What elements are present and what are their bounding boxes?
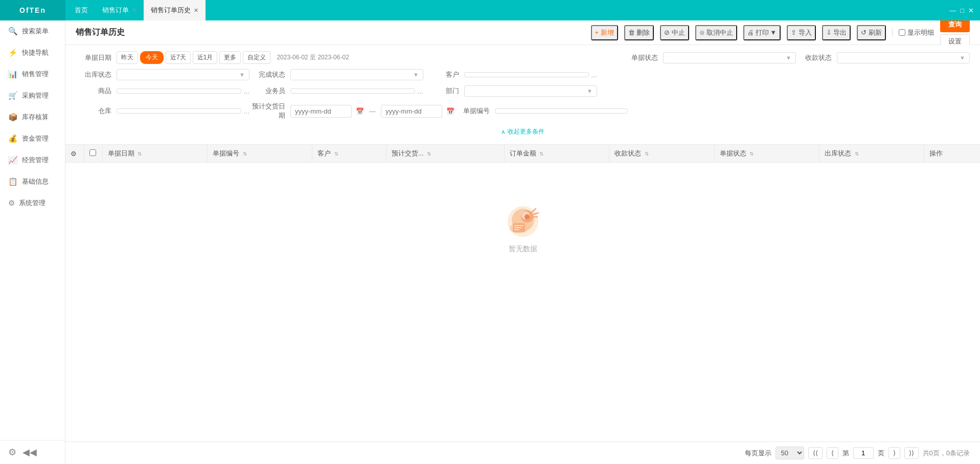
- export-button[interactable]: ⇩ 导出: [822, 25, 851, 40]
- date-btn-1month[interactable]: 近1月: [193, 51, 218, 64]
- sidebar-item-quick-nav[interactable]: ⚡ 快捷导航: [0, 42, 65, 63]
- status-arrow-icon: ▼: [786, 55, 791, 61]
- customer-input[interactable]: [464, 72, 589, 77]
- goods-ellipsis[interactable]: ...: [243, 87, 249, 95]
- sidebar-item-inventory[interactable]: 📦 库存核算: [0, 106, 65, 128]
- display-cols-label: 显示明细: [907, 28, 934, 37]
- sidebar-collapse-icon[interactable]: ◀◀: [22, 447, 37, 458]
- department-select[interactable]: ▼: [464, 85, 597, 97]
- col-number[interactable]: 单据编号 ⇅: [207, 145, 312, 163]
- status-label: 单据状态: [622, 53, 663, 62]
- calendar-from-icon[interactable]: 📅: [356, 107, 364, 115]
- sidebar-item-search-menu[interactable]: 🔍 搜索菜单: [0, 20, 65, 42]
- date-btn-7days[interactable]: 近7天: [166, 51, 191, 64]
- window-maximize[interactable]: □: [960, 7, 964, 14]
- sort-customer-icon: ⇅: [334, 151, 338, 157]
- display-cols-toggle[interactable]: 显示明细: [899, 28, 934, 37]
- sidebar-item-purchase[interactable]: 🛒 采购管理: [0, 85, 65, 106]
- col-delivery[interactable]: 预计交货... ⇅: [386, 145, 504, 163]
- goods-input[interactable]: [117, 89, 241, 94]
- search-menu-icon: 🔍: [8, 27, 18, 36]
- sidebar-item-sales[interactable]: 📊 销售管理: [0, 63, 65, 85]
- complete-status-select[interactable]: ▼: [290, 69, 423, 80]
- print-arrow-icon: ▼: [770, 29, 777, 36]
- order-no-input[interactable]: [495, 108, 628, 114]
- sidebar-item-finance[interactable]: 💰 资金管理: [0, 128, 65, 149]
- sidebar-item-system[interactable]: ⚙ 系统管理: [0, 192, 65, 214]
- col-out-status[interactable]: 出库状态 ⇅: [819, 145, 924, 163]
- table-area: ⚙ 单据日期 ⇅ 单据编号 ⇅ 客户: [65, 145, 980, 441]
- logo-text: OfTEn: [19, 6, 46, 14]
- stop-button[interactable]: ⊘ 中止: [660, 25, 689, 40]
- col-customer[interactable]: 客户 ⇅: [312, 145, 386, 163]
- date-btn-more[interactable]: 更多: [219, 51, 241, 64]
- inventory-icon: 📦: [8, 113, 18, 122]
- system-icon: ⚙: [8, 198, 15, 208]
- per-page-select[interactable]: 50 10 20 100: [776, 447, 804, 459]
- sidebar-item-operations[interactable]: 📈 经营管理: [0, 149, 65, 171]
- delivery-from-input[interactable]: [290, 105, 352, 118]
- new-button[interactable]: + 新增: [591, 25, 618, 40]
- page-suffix: 页: [878, 449, 884, 458]
- cancel-stop-button[interactable]: ⊙ 取消中止: [695, 25, 737, 40]
- sidebar-item-inventory-label: 库存核算: [22, 113, 49, 122]
- tab-sales-order-close[interactable]: ✕: [132, 7, 136, 14]
- prev-page-btn[interactable]: ⟨: [827, 447, 838, 459]
- window-close[interactable]: ✕: [968, 7, 974, 14]
- date-btn-today[interactable]: 今天: [140, 51, 164, 64]
- calendar-to-icon[interactable]: 📅: [446, 107, 454, 115]
- select-all-checkbox[interactable]: [89, 149, 96, 156]
- base-info-icon: 📋: [8, 177, 18, 186]
- col-check[interactable]: [84, 145, 102, 163]
- col-receipt-status[interactable]: 收款状态 ⇅: [609, 145, 714, 163]
- logo-area: OfTEn: [0, 0, 65, 20]
- display-cols-checkbox[interactable]: [899, 29, 905, 36]
- warehouse-ellipsis[interactable]: ...: [243, 107, 249, 115]
- sidebar-item-base-info[interactable]: 📋 基础信息: [0, 171, 65, 192]
- col-bill-status[interactable]: 单据状态 ⇅: [714, 145, 819, 163]
- window-minimize[interactable]: —: [949, 7, 956, 14]
- complete-status-label: 完成状态: [249, 70, 290, 79]
- sidebar-item-system-label: 系统管理: [19, 198, 45, 208]
- next-page-btn[interactable]: ⟩: [888, 447, 900, 459]
- out-status-select[interactable]: ▼: [117, 69, 249, 80]
- col-date[interactable]: 单据日期 ⇅: [102, 145, 207, 163]
- delete-button[interactable]: 🗑 删除: [624, 25, 654, 40]
- refresh-button[interactable]: ↺ 刷新: [857, 25, 886, 40]
- last-page-btn[interactable]: ⟩⟩: [904, 447, 919, 459]
- import-button[interactable]: ⇧ 导入: [787, 25, 816, 40]
- status-select[interactable]: ▼: [663, 52, 796, 63]
- tab-home[interactable]: 首页: [67, 0, 95, 20]
- receipt-status-label: 收款状态: [796, 53, 837, 62]
- sort-number-icon: ⇅: [243, 151, 247, 157]
- page-input[interactable]: [853, 447, 874, 459]
- tab-sales-order[interactable]: 销售订单 ✕: [95, 0, 144, 20]
- sidebar-bottom-settings-icon[interactable]: ⚙: [8, 447, 16, 458]
- query-button[interactable]: 查询: [940, 20, 970, 32]
- svg-rect-11: [514, 227, 521, 228]
- sales-icon: 📊: [8, 70, 18, 79]
- warehouse-input[interactable]: [117, 108, 241, 114]
- salesperson-input[interactable]: [290, 89, 415, 94]
- salesperson-ellipsis[interactable]: ...: [417, 87, 423, 95]
- purchase-icon: 🛒: [8, 91, 18, 100]
- tab-sales-order-history[interactable]: 销售订单历史 ✕: [144, 0, 206, 20]
- receipt-status-select[interactable]: ▼: [837, 52, 970, 63]
- print-button[interactable]: 🖨 打印 ▼: [743, 25, 781, 40]
- collapse-row[interactable]: ∧ 收起更多条件: [76, 125, 970, 138]
- goods-label: 商品: [76, 86, 117, 96]
- svg-rect-10: [514, 225, 523, 226]
- col-amount[interactable]: 订单金额 ⇅: [504, 145, 609, 163]
- empty-text: 暂无数据: [509, 245, 537, 254]
- customer-ellipsis[interactable]: ...: [591, 71, 597, 79]
- date-btn-yesterday[interactable]: 昨天: [117, 51, 138, 64]
- tab-sales-order-history-close[interactable]: ✕: [194, 7, 198, 14]
- complete-status-arrow-icon: ▼: [413, 72, 419, 78]
- delivery-to-input[interactable]: [381, 105, 442, 118]
- col-gear[interactable]: ⚙: [65, 145, 84, 163]
- page-title: 销售订单历史: [76, 27, 125, 38]
- date-btn-custom[interactable]: 自定义: [243, 51, 270, 64]
- receipt-status-arrow-icon: ▼: [960, 55, 965, 61]
- first-page-btn[interactable]: ⟨⟨: [808, 447, 823, 459]
- tab-sales-order-history-label: 销售订单历史: [151, 6, 191, 15]
